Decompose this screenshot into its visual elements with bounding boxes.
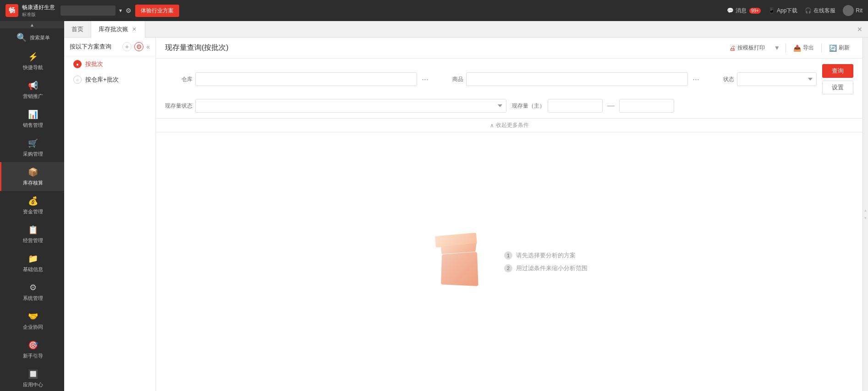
inventory-status-field: 现存量状态 [165,99,506,113]
inventory-qty-field: 现存量（主） — [512,99,853,113]
search-row-1: 仓库 ··· 商品 ··· 状态 [165,64,853,94]
app-center-icon: 🔲 [27,369,38,380]
refresh-icon: 🔄 [829,44,837,52]
product-input[interactable] [466,72,688,86]
sidebar-label-finance: 资金管理 [23,208,43,215]
sidebar-label-inventory: 库存核算 [23,179,43,186]
filter-item-batch[interactable]: ● 按批次 [64,56,155,72]
topbar-dropdown-btn[interactable]: ▾ [119,7,122,14]
search-row-2: 现存量状态 现存量（主） — [165,99,853,113]
tab-inventory-batch[interactable]: 库存批次账 ✕ [91,21,145,38]
filter-panel: 按以下方案查询 + ⚙ « ● 按批次 ○ 按仓库+批次 [64,38,156,391]
user-avatar-btn[interactable]: Rit [843,5,863,16]
inventory-qty-label: 现存量（主） [512,102,545,110]
collapse-more-btn[interactable]: ∧ 收起更多条件 [156,119,863,132]
hint-text-2: 用过滤条件来缩小分析范围 [516,264,588,272]
print-btn[interactable]: 🖨 按模板打印 [725,42,769,54]
sidebar-item-inventory[interactable]: 📦 库存核算 [0,162,64,191]
page-title: 现存量查询(按批次) [165,43,725,53]
tab-panel-close-btn[interactable]: ✕ [852,21,868,38]
sidebar-label-operation: 经营管理 [23,237,43,244]
main-layout: ▲ 🔍 搜索菜单 ⚡ 快捷导航 📢 营销推广 📊 销售管理 🛒 采购管理 📦 库… [0,21,868,391]
enterprise-icon: 🤝 [27,311,38,322]
sidebar-item-sales[interactable]: 📊 销售管理 [0,104,64,133]
batch-icon: ● [73,60,82,68]
search-form: 仓库 ··· 商品 ··· 状态 [156,59,863,119]
tab-home[interactable]: 首页 [64,21,91,38]
sidebar-label-search: 搜索菜单 [30,34,50,41]
status-label: 状态 [707,76,734,83]
avatar [843,5,854,16]
sidebar-item-finance[interactable]: 💰 资金管理 [0,191,64,220]
page-header: 现存量查询(按批次) 🖨 按模板打印 ▼ 📤 导出 [156,38,863,59]
refresh-btn[interactable]: 🔄 刷新 [825,42,853,54]
sidebar-label-marketing: 营销推广 [23,93,43,100]
hint-item-2: 2 用过滤条件来缩小分析范围 [504,264,588,272]
product-more-btn[interactable]: ··· [691,75,701,84]
topbar-search-input[interactable] [60,5,115,16]
marketing-icon: 📢 [27,80,38,91]
page-content: 按以下方案查询 + ⚙ « ● 按批次 ○ 按仓库+批次 [64,38,868,391]
message-icon: 💬 [727,7,734,14]
inventory-status-label: 现存量状态 [165,102,192,110]
warehouse-more-btn[interactable]: ··· [420,75,430,84]
sidebar-scroll-up[interactable]: ▲ [0,21,64,28]
topbar-gear-btn[interactable]: ⚙ [126,7,132,14]
trial-btn[interactable]: 体验行业方案 [135,5,179,17]
filter-item-warehouse-batch[interactable]: ○ 按仓库+批次 [64,72,155,87]
search-icon: 🔍 [16,32,27,43]
sidebar-label-quick-nav: 快捷导航 [23,64,43,71]
warehouse-batch-icon: ○ [73,76,82,84]
messages-btn[interactable]: 💬 消息 99+ [727,7,761,15]
headset-icon: 🎧 [805,7,812,14]
empty-state: 1 请先选择要分析的方案 2 用过滤条件来缩小分析范围 [156,132,863,391]
filter-panel-actions: + ⚙ « [122,42,150,51]
hint-text-1: 请先选择要分析的方案 [516,251,576,260]
sidebar-item-guide[interactable]: 🎯 新手引导 [0,335,64,364]
topbar: 畅 畅康通好生意 标准版 ▾ ⚙ 体验行业方案 💬 消息 99+ 📱 App下载… [0,0,868,21]
filter-add-btn[interactable]: + [122,42,132,51]
basics-icon: 📁 [27,253,38,264]
warehouse-field: 仓库 ··· [165,72,430,86]
app-download-btn[interactable]: 📱 App下载 [768,7,797,15]
warehouse-input[interactable] [195,72,417,86]
tab-close-btn[interactable]: ✕ [131,26,137,33]
online-service-btn[interactable]: 🎧 在线客服 [805,7,835,15]
export-icon: 📤 [793,44,801,52]
sidebar-label-enterprise: 企业协同 [23,324,43,331]
status-select[interactable] [737,72,817,86]
print-icon: 🖨 [729,44,736,52]
sidebar-item-enterprise[interactable]: 🤝 企业协同 [0,306,64,335]
settings-btn[interactable]: 设置 [822,81,853,94]
sidebar-label-purchase: 采购管理 [23,151,43,157]
filter-settings-btn[interactable]: ⚙ [134,42,143,51]
sidebar-item-quick-nav[interactable]: ⚡ 快捷导航 [0,47,64,76]
warehouse-label: 仓库 [165,76,192,83]
sidebar-item-search[interactable]: 🔍 搜索菜单 [0,28,64,47]
empty-hints: 1 请先选择要分析的方案 2 用过滤条件来缩小分析范围 [504,251,588,272]
export-btn[interactable]: 📤 导出 [790,42,818,54]
hint-num-1: 1 [504,251,512,260]
hint-num-2: 2 [504,264,512,272]
sidebar-item-basics[interactable]: 📁 基础信息 [0,249,64,277]
sidebar-item-marketing[interactable]: 📢 营销推广 [0,76,64,104]
topbar-right: 💬 消息 99+ 📱 App下载 🎧 在线客服 Rit [727,5,863,16]
sidebar: ▲ 🔍 搜索菜单 ⚡ 快捷导航 📢 营销推广 📊 销售管理 🛒 采购管理 📦 库… [0,21,64,391]
app-name: 畅康通好生意 标准版 [22,4,55,18]
sidebar-item-purchase[interactable]: 🛒 采购管理 [0,133,64,162]
sales-icon: 📊 [27,109,38,120]
hint-item-1: 1 请先选择要分析的方案 [504,251,588,260]
sidebar-item-system[interactable]: ⚙ 系统管理 [0,277,64,306]
print-dropdown-btn[interactable]: ▼ [772,43,782,52]
sidebar-item-operation[interactable]: 📋 经营管理 [0,220,64,249]
filter-collapse-btn[interactable]: « [146,42,150,51]
query-area: 现存量查询(按批次) 🖨 按模板打印 ▼ 📤 导出 [156,38,863,391]
sidebar-item-app-center[interactable]: 🔲 应用中心 [0,364,64,391]
inventory-qty-max[interactable] [619,99,674,113]
header-actions: 🖨 按模板打印 ▼ 📤 导出 🔄 刷新 [725,42,853,54]
query-btn[interactable]: 查询 [822,64,853,78]
empty-box [441,252,478,286]
inventory-status-select[interactable] [195,99,506,113]
finance-icon: 💰 [27,196,38,206]
inventory-qty-min[interactable] [548,99,603,113]
